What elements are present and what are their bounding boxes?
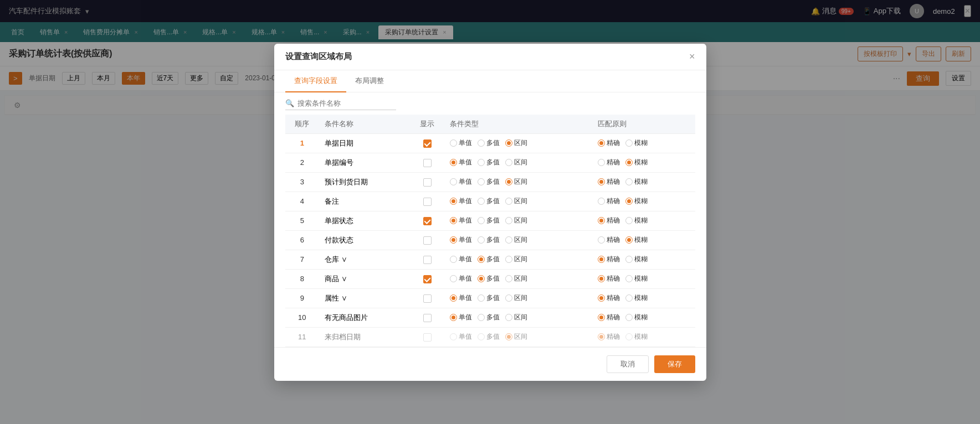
dialog-search: 🔍 (274, 92, 706, 115)
dialog-header: 设置查询区域布局 × (274, 44, 706, 70)
tab-query-fields-label: 查询字段设置 (294, 76, 337, 85)
search-input[interactable] (297, 99, 386, 107)
th-order: 顺序 (285, 115, 320, 120)
dialog-title: 设置查询区域布局 (285, 51, 352, 62)
dialog-tabs: 查询字段设置 布局调整 (274, 70, 706, 92)
th-match-rule: 匹配原则 (592, 115, 695, 120)
search-icon: 🔍 (285, 99, 294, 107)
th-name: 条件名称 (319, 115, 410, 120)
conditions-table: 顺序 条件名称 显示 条件类型 匹配原则 1单据日期单值多值区间精确模糊2单据编… (285, 115, 695, 120)
search-input-wrap: 🔍 (285, 99, 396, 110)
tab-layout-adjust[interactable]: 布局调整 (346, 70, 393, 92)
tab-layout-adjust-label: 布局调整 (355, 76, 384, 85)
dialog-table-wrap: 顺序 条件名称 显示 条件类型 匹配原则 1单据日期单值多值区间精确模糊2单据编… (274, 115, 706, 120)
table-header: 顺序 条件名称 显示 条件类型 匹配原则 (285, 115, 695, 120)
dialog-close-button[interactable]: × (689, 51, 695, 61)
modal-overlay[interactable]: 设置查询区域布局 × 查询字段设置 布局调整 🔍 顺序 (0, 0, 980, 120)
th-condition-type: 条件类型 (444, 115, 592, 120)
settings-dialog: 设置查询区域布局 × 查询字段设置 布局调整 🔍 顺序 (274, 44, 706, 120)
tab-query-fields[interactable]: 查询字段设置 (285, 70, 346, 92)
th-display: 显示 (411, 115, 445, 120)
